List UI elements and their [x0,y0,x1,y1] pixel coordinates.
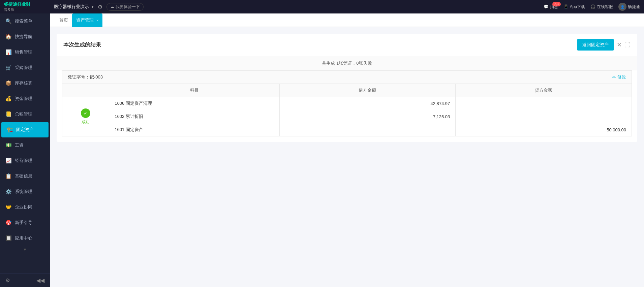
sidebar-item-inventory[interactable]: 📦 库存核算 [0,75,50,91]
company-dropdown-icon[interactable]: ▾ [92,5,94,9]
sidebar-icon-fixed-assets: 🏗️ [7,127,13,133]
edit-label: 修改 [617,74,626,80]
message-icon: 💬 [544,4,549,9]
headset-icon: 🎧 [590,4,595,9]
avatar: 👤 [618,3,626,11]
header-right: 💬 消息 99+ 📱 App下载 🎧 在线客服 👤 畅捷通 [544,3,640,11]
sidebar-item-basic-info[interactable]: 📋 基础信息 [0,168,50,184]
sidebar-item-system[interactable]: ⚙️ 系统管理 [0,184,50,199]
sidebar-label-sales: 销售管理 [15,49,32,55]
sidebar-label-ledger: 总账管理 [15,111,32,117]
tab-active[interactable]: 资产管理 × [72,13,102,27]
sidebar-icon-guide: 🎯 [5,220,11,226]
app-download-label: App下载 [570,4,585,10]
credit-cell: 50,000.00 [456,123,632,136]
panel-close-button[interactable]: ✕ [617,41,622,49]
sidebar-icon-sales: 📊 [5,49,11,55]
sidebar-scroll: 🔍 搜索菜单 🏠 快捷导航 📊 销售管理 🛒 采购管理 📦 库存核算 💰 资金管… [0,13,50,274]
top-header: 畅捷通好业财 普及版 医疗器械行业演示 ▾ ⚙ ☁ 我要体验一下 💬 消息 99… [0,0,644,13]
sidebar-bottom: ⚙ ◀◀ [0,274,50,287]
messages-item[interactable]: 💬 消息 99+ [544,4,558,10]
sidebar-icon-funds: 💰 [5,96,11,102]
voucher-table: 科目 借方金额 贷方金额 [62,84,632,136]
debit-cell: 42,874.97 [279,97,456,110]
sidebar-label-guide: 新手引导 [15,220,32,226]
bottom-settings-icon[interactable]: ⚙ [5,277,10,284]
return-button[interactable]: 返回固定资产 [577,39,614,51]
sidebar-label-inventory: 库存核算 [15,80,32,86]
app-download-item[interactable]: 📱 App下载 [563,4,585,10]
voucher-section: 凭证字号：记-003 ✏ 修改 [62,70,632,136]
sidebar-icon-purchase: 🛒 [5,65,11,71]
th-debit: 借方金额 [279,84,456,97]
sidebar-item-purchase[interactable]: 🛒 采购管理 [0,60,50,75]
sidebar-icon-quick-nav: 🏠 [5,34,11,40]
online-service-item[interactable]: 🎧 在线客服 [590,4,613,10]
tab-bar: 首页 资产管理 × [50,13,644,27]
sidebar-item-fixed-assets[interactable]: 🏗️ 固定资产 [1,122,49,137]
sidebar: 🔍 搜索菜单 🏠 快捷导航 📊 销售管理 🛒 采购管理 📦 库存核算 💰 资金管… [0,13,50,287]
panel-header: 本次生成的结果 返回固定资产 ✕ ⛶ [57,34,637,56]
collapse-icon[interactable]: ◀◀ [36,277,44,284]
sidebar-label-basic-info: 基础信息 [15,173,32,179]
experience-button[interactable]: ☁ 我要体验一下 [106,3,144,11]
sidebar-icon-operations: 📈 [5,158,11,164]
voucher-number: 凭证字号：记-003 [68,74,103,80]
summary-row: 共生成 1张凭证，0张失败 [57,56,637,70]
credit-cell [456,97,632,110]
sidebar-item-quick-nav[interactable]: 🏠 快捷导航 [0,29,50,44]
sidebar-icon-apps: 🔲 [5,235,11,241]
subject-cell: 1606 固定资产清理 [109,97,279,110]
content-area: 首页 资产管理 × 本次生成的结果 返回固定资产 ✕ ⛶ [50,13,644,287]
edit-icon: ✏ [612,75,616,80]
success-status: ✓ 成功 [68,106,103,128]
header-center: 医疗器械行业演示 ▾ ⚙ ☁ 我要体验一下 [54,3,544,11]
table-wrapper: 科目 借方金额 贷方金额 [62,84,632,136]
online-service-label: 在线客服 [597,4,613,10]
sidebar-icon-enterprise: 🤝 [5,204,11,210]
sidebar-label-salary: 工资 [15,142,24,148]
tab-close-button[interactable]: × [96,18,98,22]
table-row: ✓ 成功 1606 固定资产清理42,874.97 [62,97,632,110]
status-cell: ✓ 成功 [62,97,109,136]
panel-expand-button[interactable]: ⛶ [624,41,631,49]
mobile-icon: 📱 [563,4,569,9]
settings-icon[interactable]: ⚙ [96,4,104,10]
sidebar-item-search-menu[interactable]: 🔍 搜索菜单 [0,13,50,29]
sidebar-item-enterprise[interactable]: 🤝 企业协同 [0,199,50,215]
sidebar-icon-system: ⚙️ [5,189,11,195]
sidebar-item-ledger[interactable]: 📒 总账管理 [0,106,50,122]
cloud-icon: ☁ [110,4,114,9]
company-name: 医疗器械行业演示 [54,4,89,10]
credit-cell [456,110,632,123]
logo-subtitle: 普及版 [4,7,51,12]
th-subject: 科目 [109,84,279,97]
table-header-row: 科目 借方金额 贷方金额 [62,84,632,97]
sidebar-item-apps[interactable]: 🔲 应用中心 [0,230,50,246]
sidebar-item-salary[interactable]: 💵 工资 [0,137,50,153]
page-content: 本次生成的结果 返回固定资产 ✕ ⛶ 共生成 1张凭证，0张失败 凭证字号：记-… [50,27,644,287]
sidebar-item-guide[interactable]: 🎯 新手引导 [0,215,50,230]
logo-area: 畅捷通好业财 普及版 [4,1,54,12]
sidebar-label-funds: 资金管理 [15,96,32,102]
sidebar-item-operations[interactable]: 📈 经营管理 [0,153,50,168]
user-item[interactable]: 👤 畅捷通 [618,3,640,11]
sidebar-label-enterprise: 企业协同 [15,204,32,210]
voucher-header: 凭证字号：记-003 ✏ 修改 [62,70,632,84]
table-body: ✓ 成功 1606 固定资产清理42,874.971602 累计折旧7,125.… [62,97,632,136]
main-layout: 🔍 搜索菜单 🏠 快捷导航 📊 销售管理 🛒 采购管理 📦 库存核算 💰 资金管… [0,13,644,287]
sidebar-item-sales[interactable]: 📊 销售管理 [0,44,50,60]
sidebar-icon-search-menu: 🔍 [5,18,11,24]
table-container: 科目 借方金额 贷方金额 [62,84,632,136]
scroll-indicator: ▼ [0,246,50,253]
sidebar-label-operations: 经营管理 [15,158,32,164]
debit-cell [279,123,456,136]
sidebar-icon-inventory: 📦 [5,80,11,86]
sidebar-item-funds[interactable]: 💰 资金管理 [0,91,50,106]
success-icon: ✓ [81,108,90,118]
edit-button[interactable]: ✏ 修改 [612,74,626,80]
sidebar-label-purchase: 采购管理 [15,65,32,71]
sidebar-label-apps: 应用中心 [15,235,32,241]
tab-home[interactable]: 首页 [55,13,72,27]
subject-cell: 1602 累计折旧 [109,110,279,123]
